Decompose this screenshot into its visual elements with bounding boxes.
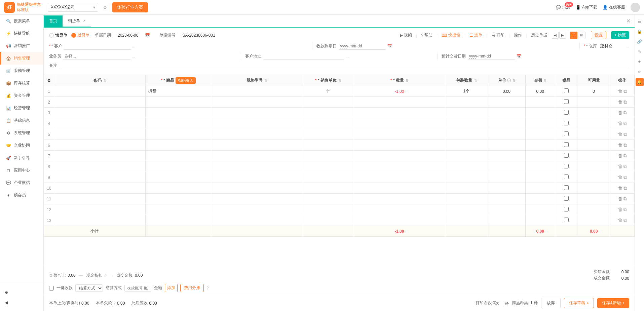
delete-row-btn[interactable]: 🗑 — [618, 110, 622, 115]
experience-btn[interactable]: 体验行业方案 — [112, 2, 148, 12]
delete-row-btn[interactable]: 🗑 — [618, 131, 622, 137]
cell-spec[interactable] — [211, 151, 302, 161]
rp-btn-4[interactable]: ✎ — [636, 48, 644, 56]
cell-barcode[interactable] — [54, 129, 145, 140]
customer-input[interactable] — [64, 43, 131, 50]
cell-gift[interactable] — [555, 86, 577, 97]
warehouse-dots[interactable]: ... — [626, 44, 629, 48]
tab-home[interactable]: 首页 — [44, 15, 63, 27]
cell-gift[interactable] — [555, 151, 577, 161]
cell-barcode[interactable] — [54, 86, 145, 97]
cell-spec[interactable] — [211, 108, 302, 118]
scan-btn[interactable]: 扫码录入 — [176, 77, 196, 84]
rp-btn-7[interactable]: 🔔 — [636, 78, 644, 86]
sidebar-collapse-btn[interactable]: ◀ — [0, 298, 43, 308]
sidebar-item-basic[interactable]: 📋 基础信息 — [0, 114, 43, 127]
cell-gift[interactable] — [555, 140, 577, 151]
sidebar-item-marketing[interactable]: 📢 营销推广 — [0, 40, 43, 52]
cell-spec[interactable] — [211, 118, 302, 129]
date-calendar-icon[interactable]: 📅 — [145, 33, 150, 38]
cell-gift[interactable] — [555, 215, 577, 226]
company-selector[interactable]: XXXXXX公司 ▾ — [48, 3, 98, 12]
delete-row-btn[interactable]: 🗑 — [618, 196, 622, 201]
cell-qty[interactable] — [354, 108, 445, 118]
sidebar-item-search[interactable]: 🔍 搜索菜单 — [0, 15, 43, 27]
one-click-checkbox[interactable] — [49, 286, 54, 290]
cell-spec[interactable] — [211, 161, 302, 172]
cell-spec[interactable] — [211, 140, 302, 151]
sidebar-item-system[interactable]: ⚙ 系统管理 — [0, 127, 43, 139]
cell-gift[interactable] — [555, 129, 577, 140]
prev-arrow[interactable]: ◀ — [552, 32, 559, 39]
rp-btn-1[interactable]: ☰ — [636, 17, 644, 26]
list-view-icon[interactable]: ☰ — [570, 32, 577, 39]
copy-row-btn[interactable]: ⧉ — [623, 121, 627, 126]
cell-spec[interactable] — [211, 215, 302, 226]
cell-barcode[interactable] — [54, 161, 145, 172]
next-arrow[interactable]: ▶ — [559, 32, 566, 39]
select-action[interactable]: ☰ 选单 — [469, 32, 482, 38]
cell-qty[interactable] — [354, 161, 445, 172]
cell-qty[interactable] — [354, 97, 445, 108]
customer-addr-input[interactable] — [263, 53, 344, 60]
sidebar-item-inventory[interactable]: 📦 库存核算 — [0, 77, 43, 89]
collect-calendar-icon[interactable]: 📅 — [387, 44, 392, 48]
delete-row-btn[interactable]: 🗑 — [618, 142, 622, 148]
collect-date-input[interactable] — [339, 43, 386, 50]
online-service-btn[interactable]: 👤 在线客服 — [603, 4, 625, 10]
cell-qty[interactable] — [354, 172, 445, 183]
copy-row-btn[interactable]: ⧉ — [623, 131, 627, 137]
cell-gift[interactable] — [555, 183, 577, 194]
copy-row-btn[interactable]: ⧉ — [623, 110, 627, 116]
discount-question-icon[interactable]: ? — [105, 273, 107, 278]
delete-row-btn[interactable]: 🗑 — [618, 88, 622, 94]
cell-gift[interactable] — [555, 194, 577, 204]
rp-btn-6[interactable]: ✏ — [636, 68, 644, 76]
cell-barcode[interactable] — [54, 183, 145, 194]
save-draft-btn[interactable]: 保存草稿 ∧ — [564, 298, 594, 308]
rp-btn-5[interactable]: ★ — [636, 58, 644, 66]
copy-row-btn[interactable]: ⧉ — [623, 153, 627, 159]
sidebar-item-sales[interactable]: 🏠 销售管理 — [0, 52, 43, 65]
settings-btn[interactable]: 设置 — [591, 31, 606, 39]
copy-row-btn[interactable]: ⧉ — [623, 218, 627, 223]
cell-gift[interactable] — [555, 172, 577, 183]
tab-close-icon[interactable]: × — [83, 18, 85, 23]
cell-qty[interactable] — [354, 215, 445, 226]
sidebar-item-guide[interactable]: 🚀 新手引导 — [0, 152, 43, 164]
cell-gift[interactable] — [555, 161, 577, 172]
sidebar-item-operations[interactable]: 📊 经营管理 — [0, 102, 43, 114]
sidebar-item-apps[interactable]: ◻ 应用中心 — [0, 164, 43, 177]
avatar[interactable] — [631, 3, 640, 12]
shortcut-action[interactable]: ⌨ 快捷键 — [442, 32, 460, 38]
expected-calendar-icon[interactable]: 📅 — [516, 54, 521, 59]
th-settings[interactable]: ⚙ — [44, 75, 54, 86]
cell-qty[interactable] — [354, 204, 445, 215]
sidebar-item-collab[interactable]: 🤝 企业协同 — [0, 139, 43, 152]
operate-action[interactable]: 操作 — [514, 32, 522, 38]
customer-dots[interactable]: ... — [132, 44, 136, 48]
cell-spec[interactable] — [211, 172, 302, 183]
message-btn[interactable]: 💬 消息 99+ — [556, 4, 570, 10]
cell-barcode[interactable] — [54, 215, 145, 226]
help-action[interactable]: ? 帮助 — [421, 32, 432, 38]
copy-row-btn[interactable]: ⧉ — [623, 99, 627, 105]
delete-row-btn[interactable]: 🗑 — [618, 153, 622, 158]
sidebar-item-purchase[interactable]: 🛒 采购管理 — [0, 65, 43, 77]
salesperson-input[interactable] — [63, 53, 130, 60]
history-action[interactable]: 历史单据 — [531, 32, 547, 38]
cell-spec[interactable] — [211, 86, 302, 97]
sidebar-item-quick-nav[interactable]: ⚡ 快捷导航 — [0, 27, 43, 40]
cell-barcode[interactable] — [54, 204, 145, 215]
cell-barcode[interactable] — [54, 194, 145, 204]
cell-gift[interactable] — [555, 118, 577, 129]
sidebar-settings-btn[interactable]: ⚙ — [0, 287, 43, 298]
delete-row-btn[interactable]: 🗑 — [618, 121, 622, 126]
owe-question-icon[interactable]: ? — [113, 301, 116, 306]
cell-barcode[interactable] — [54, 118, 145, 129]
print-action[interactable]: 🖨 打印 — [491, 32, 504, 38]
delete-row-btn[interactable]: 🗑 — [618, 174, 622, 180]
save-new-btn[interactable]: 保存&新增 ∧ — [597, 298, 629, 308]
window-close-btn[interactable]: ✕ — [622, 18, 635, 24]
app-download-btn[interactable]: 📱 App下载 — [576, 4, 597, 10]
